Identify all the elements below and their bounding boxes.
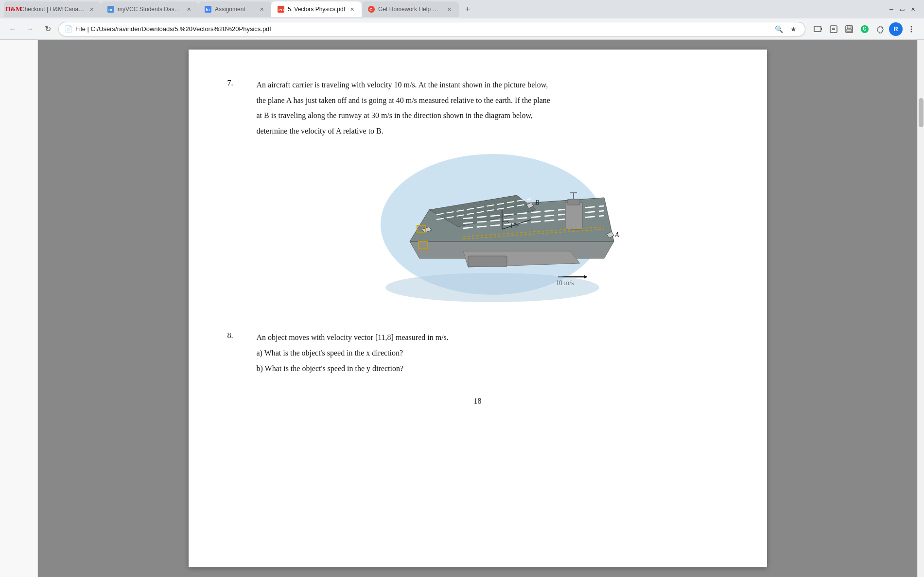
q7-line1: An aircraft carrier is traveling with ve…: [257, 79, 728, 91]
svg-point-16: [911, 26, 912, 27]
tab-assignment-close[interactable]: ✕: [258, 5, 265, 13]
q7-line2: the plane A has just taken off and is go…: [257, 94, 728, 107]
menu-icon[interactable]: [905, 22, 918, 36]
window-controls: ─ ▭ ✕: [888, 6, 920, 13]
screen-capture-icon[interactable]: [811, 22, 825, 36]
svg-rect-33: [468, 256, 507, 267]
minimize-button[interactable]: ─: [888, 6, 895, 13]
bookmark-icon[interactable]: ★: [787, 23, 799, 35]
aircraft-carrier-diagram: 15° B A: [257, 147, 728, 302]
question-7-number: 7.: [227, 79, 247, 312]
vectors-favicon-icon: PDF: [277, 5, 285, 13]
svg-text:C: C: [369, 7, 373, 12]
reload-button[interactable]: ↻: [41, 22, 54, 36]
svg-rect-14: [847, 26, 851, 29]
pdf-page: 7. An aircraft carrier is traveling with…: [189, 50, 767, 567]
address-bar-icons: 🔍 ★: [773, 23, 799, 35]
address-text: File | C:/Users/ravinder/Downloads/5.%20…: [75, 25, 770, 33]
browser-content: 7. An aircraft carrier is traveling with…: [0, 40, 924, 577]
svg-text:A: A: [614, 231, 619, 238]
tab-homework-close[interactable]: ✕: [445, 5, 453, 13]
svg-point-17: [911, 28, 912, 30]
svg-point-50: [385, 273, 599, 302]
tab-myvcc[interactable]: m myVCC Students Dashbo... ✕: [101, 1, 198, 17]
tab-vectors-close[interactable]: ✕: [348, 5, 356, 13]
tab-search-icon[interactable]: [827, 22, 840, 36]
pdf-content-area: 7. An aircraft carrier is traveling with…: [38, 40, 917, 577]
extensions-icon[interactable]: [873, 22, 887, 36]
forward-button[interactable]: →: [23, 22, 37, 36]
tab-hm-label: Checkout | H&M Canada: [20, 6, 85, 13]
svg-rect-10: [830, 26, 837, 33]
hm-favicon-icon: H&M: [10, 5, 17, 13]
svg-rect-9: [821, 28, 822, 30]
q8-line1: An object moves with velocity vector [11…: [257, 331, 728, 344]
page-number: 18: [227, 397, 728, 406]
tab-myvcc-label: myVCC Students Dashbo...: [118, 6, 182, 13]
scrollbar-thumb[interactable]: [919, 98, 924, 127]
assignment-favicon-icon: fn: [204, 5, 212, 13]
question-7-text: An aircraft carrier is traveling with ve…: [257, 79, 728, 312]
myvcc-favicon-icon: m: [107, 5, 115, 13]
question-8-text: An object moves with velocity vector [11…: [257, 331, 728, 377]
svg-rect-28: [565, 203, 582, 229]
q8-line3: b) What is the object's speed in the y d…: [257, 362, 728, 375]
tab-hm-close[interactable]: ✕: [87, 5, 95, 13]
q7-line4: determine the velocity of A relative to …: [257, 125, 728, 137]
svg-point-18: [911, 31, 912, 32]
q8-line2: a) What is the object's speed in the x d…: [257, 347, 728, 359]
grammarly-g-icon: G: [861, 25, 869, 33]
restore-button[interactable]: ▭: [899, 6, 906, 13]
svg-text:fn: fn: [206, 7, 210, 12]
tab-myvcc-close[interactable]: ✕: [185, 5, 192, 13]
svg-text:B: B: [535, 199, 540, 206]
profile-avatar[interactable]: R: [889, 22, 903, 36]
question-7-block: 7. An aircraft carrier is traveling with…: [227, 79, 728, 312]
new-tab-button[interactable]: +: [461, 2, 474, 16]
svg-text:PDF: PDF: [279, 8, 284, 12]
search-icon[interactable]: 🔍: [773, 23, 785, 35]
scrollbar-track[interactable]: [917, 40, 924, 577]
address-bar: ← → ↻ 📄 File | C:/Users/ravinder/Downloa…: [0, 18, 924, 40]
close-button[interactable]: ✕: [909, 6, 916, 13]
svg-marker-48: [584, 275, 587, 279]
address-lock-icon: 📄: [65, 25, 72, 33]
svg-rect-8: [814, 26, 821, 32]
svg-rect-15: [847, 29, 852, 32]
tab-hm[interactable]: H&M Checkout | H&M Canada ✕: [4, 1, 101, 17]
browser-toolbar-icons: G R: [811, 22, 918, 36]
save-icon[interactable]: [842, 22, 856, 36]
back-button[interactable]: ←: [6, 22, 19, 36]
pdf-sidebar: [0, 40, 38, 577]
browser-frame: H&M Checkout | H&M Canada ✕ m myVCC Stud…: [0, 0, 924, 577]
question-8-block: 8. An object moves with velocity vector …: [227, 331, 728, 377]
homework-favicon-icon: C: [367, 5, 375, 13]
tab-homework-label: Get Homework Help Wi...: [378, 6, 442, 13]
question-8-number: 8.: [227, 331, 247, 377]
tab-vectors[interactable]: PDF 5. Vectors Physics.pdf ✕: [271, 1, 362, 17]
tab-vectors-label: 5. Vectors Physics.pdf: [288, 6, 345, 13]
grammarly-icon[interactable]: G: [858, 22, 872, 36]
title-bar: H&M Checkout | H&M Canada ✕ m myVCC Stud…: [0, 0, 924, 18]
tab-assignment-label: Assignment: [215, 6, 255, 13]
tab-homework[interactable]: C Get Homework Help Wi... ✕: [362, 1, 459, 17]
diagram-svg: 15° B A: [366, 147, 619, 302]
q7-line3: at B is traveling along the runway at 30…: [257, 109, 728, 122]
tab-assignment[interactable]: fn Assignment ✕: [198, 1, 271, 17]
svg-text:m: m: [108, 7, 112, 12]
address-bar-input[interactable]: 📄 File | C:/Users/ravinder/Downloads/5.%…: [58, 22, 805, 36]
svg-rect-29: [568, 199, 580, 205]
svg-text:15°: 15°: [510, 222, 520, 230]
